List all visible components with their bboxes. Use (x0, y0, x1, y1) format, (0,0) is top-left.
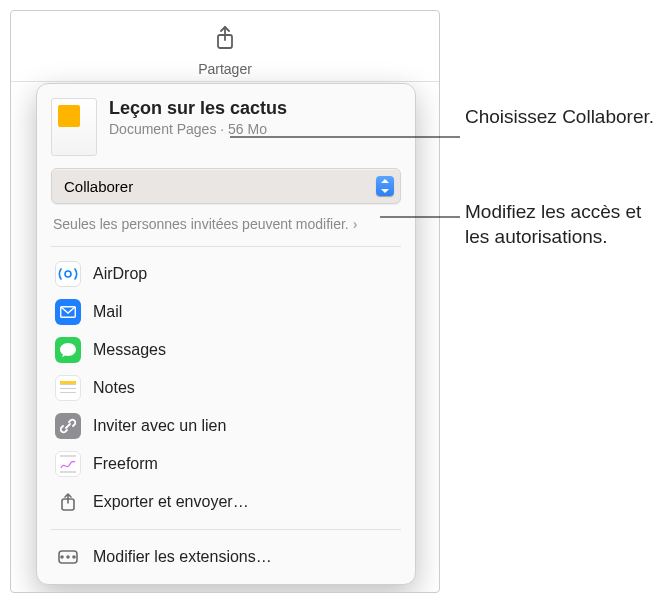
share-footer-list: Modifier les extensions… (51, 538, 401, 576)
share-toolbar-button[interactable] (210, 23, 240, 53)
svg-point-4 (61, 556, 63, 558)
share-target-freeform[interactable]: Freeform (51, 445, 401, 483)
callout-choose-collaborate: Choisissez Collaborer. (465, 105, 654, 130)
permissions-row[interactable]: Seules les personnes invitées peuvent mo… (51, 214, 401, 238)
share-target-label: Inviter avec un lien (93, 417, 226, 435)
share-target-label: Freeform (93, 455, 158, 473)
share-target-label: Messages (93, 341, 166, 359)
document-header: Leçon sur les cactus Document Pages · 56… (51, 98, 401, 156)
app-window: Partager Leçon sur les cactus Document P… (10, 10, 440, 593)
share-toolbar-label: Partager (11, 61, 439, 77)
export-icon (55, 489, 81, 515)
share-target-label: Notes (93, 379, 135, 397)
document-meta: Document Pages · 56 Mo (109, 121, 287, 137)
chevron-right-icon: › (353, 216, 358, 232)
share-target-label: Mail (93, 303, 122, 321)
share-target-export-send[interactable]: Exporter et envoyer… (51, 483, 401, 521)
annotation-layer: Choisissez Collaborer. Modifiez les accè… (410, 0, 655, 603)
separator (51, 246, 401, 247)
freeform-icon (55, 451, 81, 477)
svg-point-5 (67, 556, 69, 558)
share-mode-select[interactable]: Collaborer (51, 168, 401, 204)
share-sheet: Leçon sur les cactus Document Pages · 56… (36, 83, 416, 585)
share-icon (215, 26, 235, 50)
extensions-icon (55, 544, 81, 570)
share-target-notes[interactable]: Notes (51, 369, 401, 407)
share-target-edit-extensions[interactable]: Modifier les extensions… (51, 538, 401, 576)
share-target-invite-link[interactable]: Inviter avec un lien (51, 407, 401, 445)
airdrop-icon (55, 261, 81, 287)
svg-point-1 (65, 271, 71, 277)
document-title: Leçon sur les cactus (109, 98, 287, 119)
link-icon (55, 413, 81, 439)
document-thumbnail (51, 98, 97, 156)
share-mode-value: Collaborer (64, 178, 133, 195)
document-app-name: Document Pages (109, 121, 216, 137)
callout-modify-access: Modifiez les accès et les autorisations. (465, 200, 655, 249)
popup-stepper-icon (376, 176, 394, 196)
share-target-messages[interactable]: Messages (51, 331, 401, 369)
mail-icon (55, 299, 81, 325)
svg-point-6 (73, 556, 75, 558)
share-target-label: AirDrop (93, 265, 147, 283)
share-target-label: Modifier les extensions… (93, 548, 272, 566)
share-target-airdrop[interactable]: AirDrop (51, 255, 401, 293)
separator (51, 529, 401, 530)
toolbar-divider (11, 81, 439, 82)
share-target-mail[interactable]: Mail (51, 293, 401, 331)
permissions-summary: Seules les personnes invitées peuvent mo… (53, 216, 349, 232)
document-size: 56 Mo (228, 121, 267, 137)
notes-icon (55, 375, 81, 401)
share-target-list: AirDrop Mail Messages (51, 255, 401, 521)
messages-icon (55, 337, 81, 363)
share-target-label: Exporter et envoyer… (93, 493, 249, 511)
